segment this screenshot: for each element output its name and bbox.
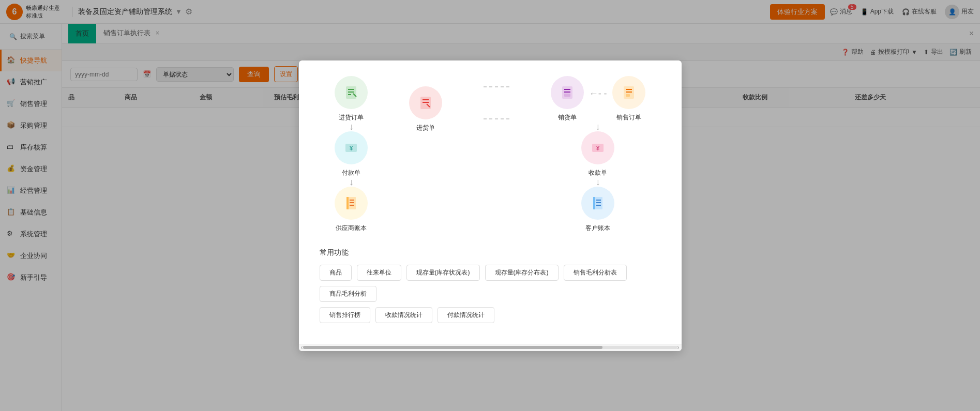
modal-content: 进货订单 ↓ ¥ 付款单 ↓ 供应商账本: [299, 60, 682, 344]
scroll-right-icon[interactable]: ›: [677, 344, 680, 351]
svg-rect-7: [346, 197, 349, 209]
flow-label-receipt-bill: 收款单: [589, 169, 607, 177]
arrow-down-1: ↓: [349, 122, 354, 131]
flow-label-payment-bill: 付款单: [342, 169, 360, 177]
func-btn-1[interactable]: 往来单位: [357, 265, 401, 281]
dashed-right-arrow: ←- -: [589, 88, 607, 99]
customer-ledger-circle: [581, 187, 614, 220]
func-btn-8[interactable]: 付款情况统计: [438, 307, 494, 323]
func-btn-3[interactable]: 现存量(库存分布表): [485, 265, 559, 281]
arrow-down-3: ↓: [349, 177, 354, 187]
func-btn-0[interactable]: 商品: [320, 265, 352, 281]
flow-node-sales-order[interactable]: 销售订单: [612, 76, 645, 122]
scrollbar-thumb: [303, 346, 602, 349]
flow-node-receipt-bill[interactable]: ¥ 收款单: [581, 131, 614, 177]
flow-label-supplier-ledger: 供应商账本: [336, 224, 367, 233]
flow-diagram: 进货订单 ↓ ¥ 付款单 ↓ 供应商账本: [320, 76, 661, 233]
func-btn-2[interactable]: 现存量(库存状况表): [406, 265, 480, 281]
scroll-left-icon[interactable]: ‹: [301, 344, 303, 351]
flow-label-customer-ledger: 客户账本: [585, 224, 610, 233]
common-functions-section: 常用功能 商品往来单位现存量(库存状况表)现存量(库存分布表)销售毛利分析表商品…: [320, 248, 661, 323]
svg-rect-25: [593, 197, 595, 209]
flow-node-purchase-order[interactable]: 进货订单: [335, 76, 368, 122]
modal-overlay[interactable]: 进货订单 ↓ ¥ 付款单 ↓ 供应商账本: [0, 0, 980, 411]
flow-middle-arrows: [484, 81, 509, 119]
flow-node-supplier-ledger[interactable]: 供应商账本: [335, 187, 368, 233]
flow-label-purchase-order: 进货订单: [339, 113, 364, 122]
quick-nav-modal: 进货订单 ↓ ¥ 付款单 ↓ 供应商账本: [299, 60, 682, 351]
flow-node-customer-ledger[interactable]: 客户账本: [581, 187, 614, 233]
flow-node-purchase-bill[interactable]: 进货单: [409, 86, 442, 132]
flow-label-purchase-bill: 进货单: [416, 124, 435, 132]
func-btn-6[interactable]: 销售排行榜: [320, 307, 370, 323]
func-btn-row-2: 销售排行榜收款情况统计付款情况统计: [320, 307, 661, 323]
flow-node-payment-bill[interactable]: ¥ 付款单: [335, 131, 368, 177]
dashed-arrow-1: [484, 86, 509, 87]
sales-order-circle: [612, 76, 645, 109]
svg-rect-17: [564, 94, 570, 97]
receipt-bill-circle: ¥: [581, 131, 614, 164]
func-btn-row-1: 商品往来单位现存量(库存状况表)现存量(库存分布表)销售毛利分析表商品毛利分析: [320, 265, 661, 302]
svg-text:¥: ¥: [349, 145, 353, 152]
svg-rect-21: [626, 94, 630, 97]
func-btn-4[interactable]: 销售毛利分析表: [564, 265, 627, 281]
purchase-bill-circle: [409, 86, 442, 119]
arrow-down-2: ↓: [596, 122, 600, 131]
common-functions-title: 常用功能: [320, 248, 661, 257]
func-btn-5[interactable]: 商品毛利分析: [320, 286, 376, 302]
dashed-arrow-2: [484, 118, 509, 119]
modal-scrollbar: ‹ ›: [299, 344, 682, 351]
supplier-ledger-circle: [335, 187, 368, 220]
svg-text:¥: ¥: [596, 145, 600, 152]
flow-label-sales-order: 销售订单: [616, 113, 641, 122]
sales-bill-circle: [551, 76, 584, 109]
func-btn-7[interactable]: 收款情况统计: [375, 307, 432, 323]
scrollbar-track[interactable]: [303, 346, 677, 349]
arrow-down-4: ↓: [596, 177, 600, 187]
payment-bill-circle: ¥: [335, 131, 368, 164]
purchase-order-circle: [335, 76, 368, 109]
flow-label-sales-bill: 销货单: [558, 113, 577, 122]
flow-node-sales-bill[interactable]: 销货单: [551, 76, 584, 122]
